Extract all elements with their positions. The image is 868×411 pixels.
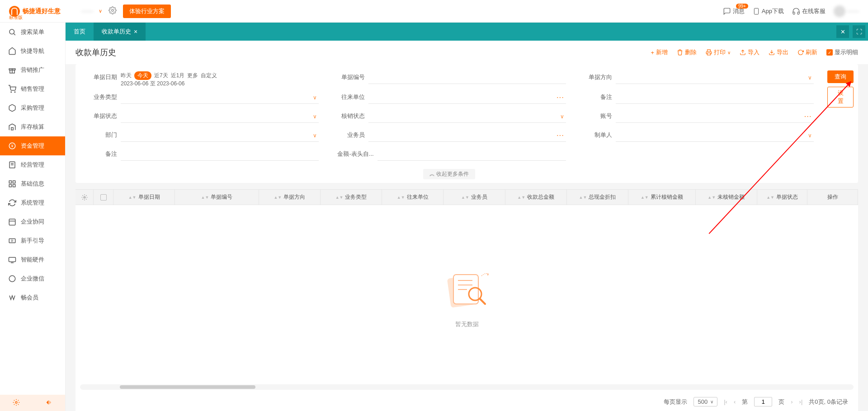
sidebar-item-label: 营销推广 <box>21 66 44 74</box>
sidebar-collapse-icon[interactable] <box>45 399 52 407</box>
table-settings-icon[interactable] <box>75 190 94 205</box>
report-icon <box>8 161 16 169</box>
sidebar-item-operation[interactable]: 经营管理 <box>0 155 65 174</box>
date-more[interactable]: 更多 <box>187 72 198 79</box>
svg-rect-10 <box>11 128 14 130</box>
tab-home[interactable]: 首页 <box>66 23 94 41</box>
sidebar-item-label: 搜索菜单 <box>21 28 44 36</box>
pagination-summary: 共0页, 0条记录 <box>809 398 848 406</box>
wallet-icon: ¥ <box>8 142 16 150</box>
add-button[interactable]: +新增 <box>651 48 668 56</box>
chevron-down-icon: ∨ <box>313 113 317 120</box>
sidebar-item-label: 采购管理 <box>21 104 44 112</box>
customer-service-link[interactable]: 在线客服 <box>792 7 826 15</box>
horizontal-scrollbar[interactable] <box>80 384 854 390</box>
chevron-down-icon: ∨ <box>313 94 317 101</box>
app-download-link[interactable]: App下载 <box>753 7 784 15</box>
svg-point-27 <box>15 402 17 403</box>
trial-plan-button[interactable]: 体验行业方案 <box>123 5 171 18</box>
th-date[interactable]: ▲▼单据日期 <box>113 190 175 205</box>
tab-receipt-history[interactable]: 收款单历史 × <box>94 23 146 41</box>
filter-verifystatus-select[interactable]: ∨ <box>368 110 566 123</box>
sidebar-item-basicinfo[interactable]: 基础信息 <box>0 174 65 193</box>
page-input[interactable] <box>754 397 772 406</box>
brand-text: 畅捷通好生意 <box>23 7 61 15</box>
messages-link[interactable]: 消息 99+ <box>723 7 745 15</box>
filter-label-dept: 部门 <box>85 129 121 139</box>
th-verified[interactable]: ▲▼累计核销金额 <box>628 190 696 205</box>
th-amount[interactable]: ▲▼收款总金额 <box>505 190 567 205</box>
th-docno[interactable]: ▲▼单据编号 <box>175 190 259 205</box>
sidebar-item-search[interactable]: 搜索菜单 <box>0 23 65 42</box>
filter-label-remark2: 备注 <box>85 148 121 158</box>
delete-button[interactable]: 删除 <box>677 48 697 56</box>
filter-clerk-select[interactable]: ··· <box>368 129 566 142</box>
th-clerk[interactable]: ▲▼业务员 <box>443 190 505 205</box>
th-partner[interactable]: ▲▼往来单位 <box>382 190 443 205</box>
date-7d[interactable]: 近7天 <box>154 72 168 79</box>
filter-biztype-select[interactable]: ∨ <box>121 91 319 104</box>
tenant-name[interactable]: —— <box>81 8 93 14</box>
th-discount[interactable]: ▲▼总现金折扣 <box>567 190 628 205</box>
sidebar-item-vip[interactable]: 畅会员 <box>0 288 65 307</box>
sidebar-item-system[interactable]: 系统管理 <box>0 193 65 212</box>
filter-docdir-select[interactable]: ∨ <box>616 71 814 84</box>
sidebar-settings-icon[interactable] <box>13 399 20 407</box>
filter-settings-button[interactable]: 设置 <box>827 87 854 107</box>
filter-account-select[interactable]: ··· <box>616 110 814 123</box>
scrollbar-thumb[interactable] <box>120 385 255 389</box>
messages-badge: 99+ <box>736 4 748 9</box>
filter-creator-select[interactable]: ∨ <box>616 129 814 142</box>
last-page-button[interactable]: ›| <box>799 398 803 405</box>
sidebar-item-sales[interactable]: 销售管理 <box>0 79 65 98</box>
next-page-button[interactable]: › <box>791 398 793 405</box>
select-all-checkbox[interactable] <box>94 190 113 205</box>
user-avatar[interactable]: —— <box>834 5 859 17</box>
filter-dept-select[interactable]: ∨ <box>121 129 319 142</box>
filter-docstatus-select[interactable]: ∨ <box>121 110 319 123</box>
filter-remark2-input[interactable] <box>121 148 319 161</box>
sidebar-item-guide[interactable]: 新 新手引导 <box>0 231 65 250</box>
date-yesterday[interactable]: 昨天 <box>121 72 132 79</box>
collapse-filters-button[interactable]: ︽ 收起更多条件 <box>423 169 475 179</box>
sidebar-item-funds[interactable]: ¥ 资金管理 <box>0 136 65 155</box>
sidebar-item-purchase[interactable]: 采购管理 <box>0 98 65 117</box>
export-button[interactable]: 导出 <box>769 48 788 56</box>
first-page-button[interactable]: |‹ <box>724 398 727 405</box>
filter-amount-input[interactable] <box>377 148 566 161</box>
svg-rect-19 <box>13 185 15 187</box>
vip-icon <box>8 294 16 302</box>
sidebar-item-quicknav[interactable]: 快捷导航 <box>0 42 65 61</box>
print-button[interactable]: 打印 ∨ <box>706 48 731 56</box>
date-1m[interactable]: 近1月 <box>171 72 185 79</box>
filter-label-verifystatus: 核销状态 <box>332 110 368 120</box>
sidebar-item-inventory[interactable]: 库存核算 <box>0 117 65 136</box>
date-today[interactable]: 今天 <box>134 71 151 80</box>
tenant-caret-icon[interactable]: ∨ <box>99 8 102 14</box>
sidebar-item-wecom[interactable]: 企业微信 <box>0 269 65 288</box>
sidebar-item-hardware[interactable]: 智能硬件 <box>0 250 65 269</box>
ellipsis-icon: ··· <box>804 113 812 120</box>
filter-partner-select[interactable]: ··· <box>368 91 566 104</box>
filter-docno-input[interactable] <box>368 71 566 84</box>
sidebar-item-collab[interactable]: 企业协同 <box>0 212 65 231</box>
sidebar-item-marketing[interactable]: 营销推广 <box>0 61 65 79</box>
prev-page-button[interactable]: ‹ <box>734 398 736 405</box>
tab-close-all-icon[interactable]: ✕ <box>836 25 849 38</box>
date-custom[interactable]: 自定义 <box>201 72 217 79</box>
filter-remark-input[interactable] <box>616 91 814 104</box>
filter-label-amount: 金额-表头自... <box>332 148 377 158</box>
gear-icon[interactable] <box>108 6 117 16</box>
import-button[interactable]: 导入 <box>740 48 760 56</box>
close-icon[interactable]: × <box>134 28 137 35</box>
th-biztype[interactable]: ▲▼业务类型 <box>321 190 382 205</box>
th-status[interactable]: ▲▼单据状态 <box>757 190 808 205</box>
filter-label-remark: 备注 <box>580 91 616 101</box>
per-page-select[interactable]: 500 ∨ <box>693 397 717 406</box>
fullscreen-icon[interactable]: ⛶ <box>853 25 865 38</box>
date-range-display: 2023-06-06 至 2023-06-06 <box>121 80 319 88</box>
svg-rect-17 <box>13 181 15 183</box>
show-detail-toggle[interactable]: ✓ 显示明细 <box>826 48 858 56</box>
th-docdir[interactable]: ▲▼单据方向 <box>259 190 321 205</box>
refresh-button[interactable]: 刷新 <box>797 48 817 56</box>
